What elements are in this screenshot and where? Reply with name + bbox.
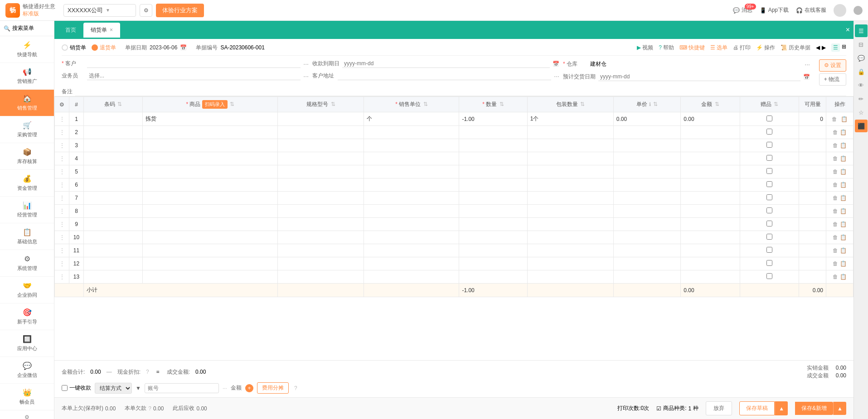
nav-prev-icon[interactable]: ◀ (816, 44, 820, 51)
delete-row-3[interactable]: 🗑 (833, 142, 838, 149)
settings-button[interactable]: ⚙ (140, 4, 152, 17)
notes-input[interactable] (75, 87, 846, 96)
rp-lock-icon[interactable]: 🔒 (855, 65, 868, 78)
radio-sales[interactable]: 销货单 (62, 44, 86, 52)
save-new-button[interactable]: 保存&新增 (795, 402, 833, 415)
sidebar-item-purchase[interactable]: 🛒 采购管理 (0, 116, 54, 143)
customer-addr-input[interactable] (338, 72, 551, 80)
delete-row-9[interactable]: 🗑 (833, 221, 838, 227)
account-more-icon[interactable]: ··· (223, 385, 227, 391)
toolbar-operation[interactable]: ⚡ 操作 (756, 44, 775, 52)
avatar[interactable] (834, 4, 846, 17)
delete-row-2[interactable]: 🗑 (833, 129, 838, 135)
delete-row-5[interactable]: 🗑 (833, 169, 838, 175)
expense-split-button[interactable]: 费用分摊 (257, 382, 289, 394)
gift-checkbox-4[interactable] (766, 155, 772, 161)
warehouse-more-icon[interactable]: ··· (805, 61, 810, 68)
copy-row-13[interactable]: 📋 (840, 274, 847, 280)
tab-close-icon[interactable]: × (110, 27, 113, 33)
delete-row-11[interactable]: 🗑 (833, 247, 838, 254)
expense-help-icon[interactable]: ? (294, 385, 297, 391)
toolbar-video[interactable]: ▶ 视频 (637, 44, 653, 52)
gift-checkbox-1[interactable] (766, 116, 772, 121)
sidebar-item-sales[interactable]: 🏠 销售管理 (0, 90, 54, 116)
receive-date-input[interactable] (342, 59, 550, 68)
sidebar-item-guide[interactable]: 🎯 新手引导 (0, 303, 54, 330)
sidebar-item-system[interactable]: ⚙ 系统管理 (0, 250, 54, 277)
salesperson-more-icon[interactable]: ··· (303, 72, 309, 80)
delivery-cal-icon[interactable]: 📅 (803, 74, 810, 80)
calendar-icon[interactable]: 📅 (180, 44, 187, 51)
account-input[interactable] (145, 383, 219, 393)
delete-row-13[interactable]: 🗑 (833, 274, 838, 280)
price-info-icon[interactable]: ℹ (649, 101, 651, 107)
sidebar-item-enterprise[interactable]: 🤝 企业协同 (0, 277, 54, 303)
app-download-nav[interactable]: 📱 App下载 (760, 6, 789, 14)
toolbar-print[interactable]: 🖨 打印 (733, 44, 751, 52)
salesperson-input[interactable] (87, 72, 301, 80)
logistics-action-btn[interactable]: + 物流 (819, 73, 846, 86)
sort-spec[interactable]: ⇅ (331, 101, 335, 107)
sidebar-item-marketing[interactable]: 📢 营销推广 (0, 63, 54, 90)
sidebar-item-apps[interactable]: 🔲 应用中心 (0, 330, 54, 357)
sidebar-item-wechat[interactable]: 💬 企业微信 (0, 357, 54, 384)
copy-row-8[interactable]: 📋 (840, 208, 847, 214)
sort-price[interactable]: ⇅ (653, 101, 658, 107)
one-click-pay-checkbox[interactable]: 一键收款 (62, 384, 91, 392)
avatar2[interactable] (853, 6, 863, 15)
sidebar-search[interactable]: 🔍 搜索菜单 (0, 21, 54, 36)
copy-row-3[interactable]: 📋 (840, 142, 847, 149)
rp-table-icon[interactable]: ☰ (855, 24, 868, 37)
sidebar-item-finance[interactable]: 💰 资金管理 (0, 170, 54, 197)
copy-row-9[interactable]: 📋 (840, 221, 847, 227)
sidebar-gear[interactable]: ⚙ (0, 410, 54, 419)
sort-product[interactable]: ⇅ (230, 101, 234, 107)
toolbar-help[interactable]: ? 帮助 (659, 44, 674, 52)
sidebar-item-basics[interactable]: 📋 基础信息 (0, 223, 54, 250)
delete-row-7[interactable]: 🗑 (833, 195, 838, 201)
copy-row-5[interactable]: 📋 (840, 169, 847, 175)
service-nav[interactable]: 🎧 在线客服 (796, 6, 826, 14)
rp-orange-icon[interactable]: ⬛ (855, 120, 868, 132)
toolbar-history[interactable]: 📜 历史单据 (781, 44, 810, 52)
gift-checkbox-10[interactable] (766, 234, 772, 240)
abandon-button[interactable]: 放弃 (706, 401, 732, 415)
add-payment-button[interactable]: + (245, 384, 253, 392)
save-new-chevron[interactable]: ▲ (833, 402, 846, 415)
addr-more-icon[interactable]: ··· (554, 72, 559, 80)
copy-row-11[interactable]: 📋 (840, 247, 847, 254)
list-view-icon[interactable]: ☰ (831, 43, 840, 52)
rp-chat-icon[interactable]: 💬 (855, 52, 868, 64)
gift-checkbox-12[interactable] (766, 260, 772, 266)
sort-pkg[interactable]: ⇅ (580, 101, 585, 107)
toolbar-shortcut[interactable]: ⌨ 快捷键 (679, 44, 705, 52)
copy-row-6[interactable]: 📋 (840, 182, 847, 188)
overdue-help-icon[interactable]: ? (148, 405, 151, 412)
save-draft-chevron[interactable]: ▲ (775, 401, 788, 415)
tab-sales-order[interactable]: 销货单 × (83, 23, 120, 38)
sort-amount[interactable]: ⇅ (715, 101, 719, 107)
sort-qty[interactable]: ⇅ (499, 101, 504, 107)
copy-row-4[interactable]: 📋 (840, 155, 847, 162)
nav-next-icon[interactable]: ▶ (822, 44, 826, 51)
scan-button[interactable]: 扫码录入 (202, 100, 228, 109)
delete-row-6[interactable]: 🗑 (833, 182, 838, 188)
copy-row-2[interactable]: 📋 (840, 129, 847, 135)
settle-method-select[interactable]: 结算方式 (95, 383, 132, 394)
copy-row-1[interactable]: 📋 (841, 116, 848, 122)
cash-discount-help-icon[interactable]: ? (146, 369, 149, 375)
gift-checkbox-13[interactable] (766, 273, 772, 279)
gift-checkbox-7[interactable] (766, 194, 772, 200)
copy-row-7[interactable]: 📋 (840, 195, 847, 201)
gift-checkbox-6[interactable] (766, 181, 772, 187)
delete-row-4[interactable]: 🗑 (833, 155, 838, 162)
grid-view-icon[interactable]: ⊞ (842, 43, 846, 52)
message-nav[interactable]: 💬 消息 99+ (733, 6, 752, 14)
sort-gift[interactable]: ⇅ (774, 101, 778, 107)
one-click-pay-input[interactable] (62, 385, 68, 391)
company-selector[interactable]: XXXXXX公司 ▼ (63, 4, 136, 17)
th-settings[interactable]: ⚙ (55, 97, 69, 112)
receive-cal-icon[interactable]: 📅 (553, 61, 559, 67)
gift-checkbox-9[interactable] (766, 221, 772, 226)
delete-row-1[interactable]: 🗑 (832, 116, 837, 122)
